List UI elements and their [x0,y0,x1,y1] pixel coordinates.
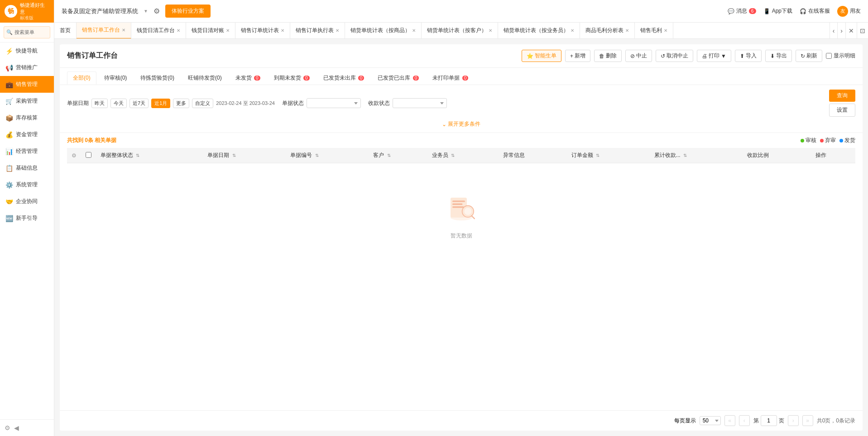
page-size-select[interactable]: 50 10 20 100 [700,416,721,425]
payment-select[interactable] [393,98,447,108]
expand-filter-button[interactable]: ⌄ 展开更多条件 [442,120,480,128]
header-settings-icon[interactable]: ⚙ [153,7,160,15]
tab-sales-summary-product[interactable]: 销货单统计表（按商品） ✕ [345,23,422,39]
tab-sales-summary-product-close[interactable]: ✕ [412,28,416,33]
sidebar-item-basic-info[interactable]: 📋 基础信息 [0,160,54,176]
tab-sales-more[interactable]: 销售毛利 ✕ [635,23,673,39]
tab-sales-order[interactable]: 销售订单工作台 ✕ [77,23,131,39]
refresh-button[interactable]: ↻ 刷新 [796,50,822,62]
tab-gross-profit[interactable]: 商品毛利分析表 ✕ [580,23,635,39]
sub-tab-wangpu[interactable]: 旺铺待发货(0) [182,71,228,85]
sub-tab-overdue[interactable]: 到期未发货 0 [268,71,316,85]
online-service-action[interactable]: 🎧 在线客服 [800,7,830,15]
query-button[interactable]: 查询 [829,90,855,102]
first-page-button[interactable]: « [724,415,735,426]
search-menu-button[interactable]: 🔍 搜索菜单 [4,26,50,38]
app-dropdown-arrow[interactable]: ▼ [144,9,148,14]
tab-sales-exec[interactable]: 销售订单执行表 ✕ [290,23,345,39]
sidebar-item-enterprise[interactable]: 🤝 企业协同 [0,193,54,210]
export-button[interactable]: ⬇ 导出 [765,50,792,62]
expand-icon: ⌄ [442,121,446,128]
sidebar-item-finance[interactable]: 💰 资金管理 [0,126,54,143]
sub-tab-pending-review[interactable]: 待审核(0) [98,71,133,85]
sub-tab-not-shipped[interactable]: 未发货 0 [230,71,266,85]
print-button[interactable]: 🖨 打印 ▼ [697,50,731,62]
tab-sales-order-close[interactable]: ✕ [122,28,125,33]
sub-tab-pending-inspect[interactable]: 待拣货验货(0) [134,71,180,85]
amount-sort-icon[interactable]: ⇅ [596,153,599,158]
staff-sort-icon[interactable]: ⇅ [451,153,455,158]
ship-action[interactable]: 发货 [839,137,855,144]
top-header: 装备及固定资产辅助管理系统 ▼ ⚙ 体验行业方案 💬 消息 6 📱 App下载 … [54,0,868,23]
tab-daily-cash-close[interactable]: ✕ [177,28,180,33]
stop-button[interactable]: ⊘ 中止 [625,50,652,62]
show-detail-checkbox[interactable] [826,53,832,59]
settings-bottom-icon[interactable]: ⚙ [5,424,10,431]
tab-sales-summary-staff[interactable]: 销货单统计表（按业务员） ✕ [498,23,580,39]
delete-button[interactable]: 🗑 删除 [594,50,622,62]
tab-home[interactable]: 首页 [54,23,77,39]
collapse-sidebar-icon[interactable]: ◀ [14,424,19,431]
user-action[interactable]: 友 用友 [837,6,861,17]
tab-sales-stat[interactable]: 销售订单统计表 ✕ [235,23,290,39]
review-action[interactable]: 审核 [801,137,816,144]
sidebar-item-system[interactable]: ⚙️ 系统管理 [0,176,54,193]
tab-gross-profit-close[interactable]: ✕ [625,28,629,33]
message-action[interactable]: 💬 消息 6 [728,7,756,15]
next-page-button[interactable]: › [788,415,799,426]
date-more[interactable]: 更多 [173,99,189,108]
tab-sales-more-close[interactable]: ✕ [664,28,667,33]
tab-sales-exec-close[interactable]: ✕ [336,28,339,33]
empty-state: 暂无数据 [67,163,855,267]
show-detail-label[interactable]: 显示明细 [826,52,855,60]
sub-tab-shipped-out[interactable]: 已发货已出库 0 [372,71,425,85]
tab-maximize[interactable]: ⊡ [857,23,868,39]
date-options: 昨天 今天 近7天 近1月 更多 自定义 [91,99,213,108]
number-sort-icon[interactable]: ⇅ [315,153,319,158]
date-custom[interactable]: 自定义 [192,99,213,108]
tab-cash-reconcile-close[interactable]: ✕ [226,28,230,33]
sidebar-item-guide[interactable]: 🆕 新手引导 [0,210,54,227]
add-button[interactable]: + 新增 [565,50,590,62]
smart-create-button[interactable]: ⭐ 智能生单 [522,50,561,62]
customer-sort-icon[interactable]: ⇅ [387,153,391,158]
cancel-review-action[interactable]: 弃审 [820,137,836,144]
date-last7[interactable]: 近7天 [129,99,149,108]
tab-sales-summary-customer-close[interactable]: ✕ [489,28,492,33]
tab-cash-reconcile[interactable]: 钱货日清对账 ✕ [186,23,235,39]
tab-sales-stat-close[interactable]: ✕ [281,28,284,33]
sidebar-item-purchase[interactable]: 🛒 采购管理 [0,93,54,109]
sidebar-item-marketing[interactable]: 📢 营销推广 [0,59,54,76]
sidebar-item-inventory[interactable]: 📦 库存核算 [0,109,54,126]
tab-scroll-right[interactable]: › [837,23,845,39]
collected-sort-icon[interactable]: ⇅ [683,153,687,158]
sub-tab-all[interactable]: 全部(0) [67,71,96,85]
sub-tab-shipped-not-out[interactable]: 已发货未出库 0 [317,71,370,85]
date-today[interactable]: 今天 [110,99,127,108]
tab-sales-summary-customer[interactable]: 销货单统计表（按客户） ✕ [422,23,498,39]
prev-page-button[interactable]: ‹ [739,415,750,426]
date-yesterday[interactable]: 昨天 [91,99,108,108]
date-last1m[interactable]: 近1月 [151,99,170,108]
status-sort-icon[interactable]: ⇅ [136,153,139,158]
th-checkbox[interactable] [81,148,96,163]
status-select[interactable] [307,98,361,108]
th-settings[interactable]: ⚙ [67,148,81,163]
page-input[interactable] [761,415,777,426]
app-download-action[interactable]: 📱 App下载 [763,7,792,15]
sidebar-item-sales[interactable]: 💼 销售管理 [0,76,54,93]
last-page-button[interactable]: » [802,415,813,426]
tab-scroll-left[interactable]: ‹ [830,23,838,39]
sub-tab-not-printed[interactable]: 未打印单据 0 [427,71,474,85]
sidebar-item-operations[interactable]: 📊 经营管理 [0,143,54,160]
date-sort-icon[interactable]: ⇅ [232,153,236,158]
sidebar-item-quick-nav[interactable]: ⚡ 快捷导航 [0,43,54,59]
import-button[interactable]: ⬆ 导入 [735,50,762,62]
filter-setting-button[interactable]: 设置 [829,104,855,117]
cancel-stop-button[interactable]: ↺ 取消中止 [656,50,693,62]
tab-close-all[interactable]: ✕ [845,23,857,39]
tab-daily-cash[interactable]: 钱货日清工作台 ✕ [131,23,186,39]
select-all-checkbox[interactable] [86,152,91,158]
industry-btn[interactable]: 体验行业方案 [165,5,211,18]
tab-sales-summary-staff-close[interactable]: ✕ [571,28,574,33]
